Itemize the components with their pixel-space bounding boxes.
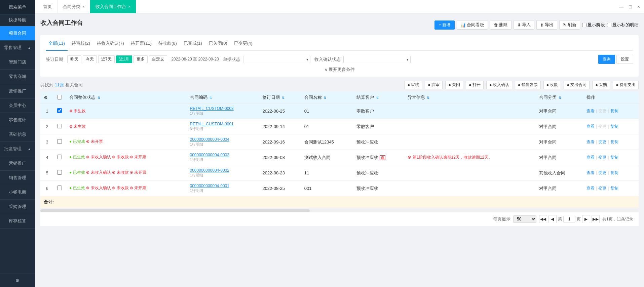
row-select-checkbox[interactable] (57, 139, 62, 144)
import-button[interactable]: ⬇ 导入 (514, 20, 534, 30)
page-number-input[interactable] (563, 216, 575, 222)
status-tab-pending-confirm[interactable]: 待收入确认(7) (94, 39, 127, 48)
prev-page-button[interactable]: ◀ (548, 215, 557, 223)
tab-home[interactable]: 首页 (38, 0, 58, 13)
tab-contract-category[interactable]: 合同分类 × (58, 0, 90, 13)
sidebar-item-purchase[interactable]: 采购管理 (0, 200, 35, 214)
contract-board-button[interactable]: 📊 合同看板 (457, 20, 488, 30)
contract-link[interactable]: 0000000000004-0004 (190, 137, 256, 142)
sidebar-item-retail-mall[interactable]: 零售商城 (0, 70, 35, 84)
status-tab-pending-invoice[interactable]: 待开票(11) (128, 39, 154, 48)
row-select-checkbox[interactable] (57, 186, 62, 190)
expand-button[interactable]: ∨ 展开更多条件 (325, 67, 355, 73)
copy-link[interactable]: 复制 (610, 186, 618, 191)
view-link[interactable]: 查看 (586, 108, 595, 114)
status-tab-closed[interactable]: 已关闭(0) (206, 39, 230, 48)
collect-payment-button[interactable]: ● 收款 (543, 81, 561, 89)
search-button[interactable]: 查询 (598, 55, 615, 64)
status-tab-pending-review[interactable]: 待审核(2) (69, 39, 93, 48)
open-contract-button[interactable]: ● 打开 (466, 81, 484, 89)
sidebar-item-marketing[interactable]: 营销推广 (0, 84, 35, 98)
add-button[interactable]: + 新增 (434, 20, 455, 30)
row-select-checkbox[interactable] (57, 108, 62, 113)
change-link[interactable]: 变更 (598, 124, 606, 129)
sidebar-item-retail-stats[interactable]: 零售统计 (0, 113, 35, 127)
audit-button[interactable]: ● 审核 (404, 81, 422, 89)
sidebar-item-sales-mgmt[interactable]: 销售管理 (0, 171, 35, 185)
more-btn[interactable]: 更多 (134, 55, 148, 63)
expense-contract-button[interactable]: ● 支出合同 (564, 81, 590, 89)
purchase-button[interactable]: ● 采购 (592, 81, 610, 89)
close-contract-button[interactable]: ● 关闭 (445, 81, 463, 89)
scrollbar[interactable] (40, 209, 639, 212)
view-link[interactable]: 查看 (586, 170, 595, 176)
copy-link[interactable]: 复制 (610, 155, 618, 160)
sidebar-quick-nav[interactable]: 快捷导航 (0, 14, 35, 26)
sidebar-item-smart-store[interactable]: 智慧门店 (0, 55, 35, 70)
sidebar-item-project-contract[interactable]: 项目合同 (0, 26, 35, 41)
delete-button[interactable]: 🗑 删除 (490, 20, 512, 30)
change-link[interactable]: 变更 (598, 108, 606, 114)
last-page-button[interactable]: ▶▶ (592, 215, 600, 223)
close-window-icon[interactable]: × (636, 3, 641, 11)
view-link[interactable]: 查看 (586, 186, 595, 191)
cost-expense-button[interactable]: ● 费用支出 (613, 81, 639, 89)
first-page-button[interactable]: ◀◀ (539, 215, 547, 223)
minimize-icon[interactable]: — (617, 3, 625, 11)
sidebar-item-inventory[interactable]: 库存核算 (0, 214, 35, 229)
change-link[interactable]: 变更 (598, 155, 606, 160)
sales-invoice-button[interactable]: ● 销售发票 (515, 81, 541, 89)
sidebar-item-ecommerce[interactable]: 小畅电商 (0, 185, 35, 200)
maximize-icon[interactable]: □ (628, 3, 633, 11)
contract-link[interactable]: 0000000000004-0003 (190, 153, 256, 157)
refresh-button[interactable]: ↻ 刷新 (559, 20, 580, 30)
change-link[interactable]: 变更 (598, 170, 606, 176)
row-select-checkbox[interactable] (57, 124, 62, 128)
sidebar-item-marketing2[interactable]: 营销推广 (0, 156, 35, 171)
income-confirm-button[interactable]: ● 收入确认 (486, 81, 512, 89)
confirm-select[interactable] (343, 56, 411, 63)
status-tab-changed[interactable]: 已变更(4) (231, 39, 255, 48)
change-link[interactable]: 变更 (598, 186, 606, 191)
tab-income-contract[interactable]: 收入合同工作台 × (90, 0, 136, 13)
contract-link[interactable]: RETAIL_CUSTOM-0001 (190, 122, 256, 126)
contract-link[interactable]: 0000000000004-0001 (190, 183, 256, 188)
view-link[interactable]: 查看 (586, 155, 595, 160)
copy-link[interactable]: 复制 (610, 124, 618, 129)
close-tab-icon[interactable]: × (82, 5, 84, 9)
status-tab-pending-payment[interactable]: 待收款(8) (156, 39, 180, 48)
status-tab-completed[interactable]: 已完成(1) (181, 39, 205, 48)
yesterday-btn[interactable]: 昨天 (67, 55, 81, 63)
next-page-button[interactable]: ▶ (582, 215, 590, 223)
sidebar-search[interactable]: 搜索菜单 (0, 0, 35, 14)
sidebar-item-retail-mgmt[interactable]: 零售管理 ▲ (0, 41, 35, 55)
show-stage-checkbox[interactable]: 显示阶段 (582, 22, 605, 28)
abandon-audit-button[interactable]: ● 弃审 (425, 81, 443, 89)
sidebar-item-wholesale[interactable]: 批发管理 ▲ (0, 142, 35, 156)
view-link[interactable]: 查看 (586, 124, 595, 129)
copy-link[interactable]: 复制 (610, 139, 618, 145)
status-tab-all[interactable]: 全部(11) (46, 39, 68, 51)
last1month-btn[interactable]: 近1月 (116, 55, 132, 63)
row-select-checkbox[interactable] (57, 170, 62, 175)
sidebar-item-base-info[interactable]: 基础信息 (0, 127, 35, 142)
status-select[interactable] (243, 56, 310, 63)
custom-btn[interactable]: 自定义 (149, 55, 167, 63)
settings-button[interactable]: 设置 (616, 55, 633, 64)
row-select-checkbox[interactable] (57, 155, 62, 159)
close-tab-icon[interactable]: × (128, 5, 130, 9)
copy-link[interactable]: 复制 (610, 170, 618, 176)
change-link[interactable]: 变更 (598, 139, 606, 145)
sidebar-settings[interactable]: ⚙ (0, 274, 35, 287)
contract-link[interactable]: 0000000000004-0002 (190, 168, 256, 173)
show-detail-checkbox[interactable]: 显示标的明细 (607, 22, 639, 28)
last7days-btn[interactable]: 近7天 (98, 55, 115, 63)
view-link[interactable]: 查看 (586, 139, 595, 145)
export-button[interactable]: ⬆ 导出 (536, 20, 557, 30)
sidebar-item-member[interactable]: 会员中心 (0, 98, 35, 113)
today-btn[interactable]: 今天 (83, 55, 97, 63)
select-all-checkbox[interactable] (57, 95, 62, 99)
contract-link[interactable]: RETAIL_CUSTOM-0003 (190, 106, 256, 111)
copy-link[interactable]: 复制 (610, 108, 618, 114)
page-size-select[interactable]: 50 100 (513, 215, 536, 223)
